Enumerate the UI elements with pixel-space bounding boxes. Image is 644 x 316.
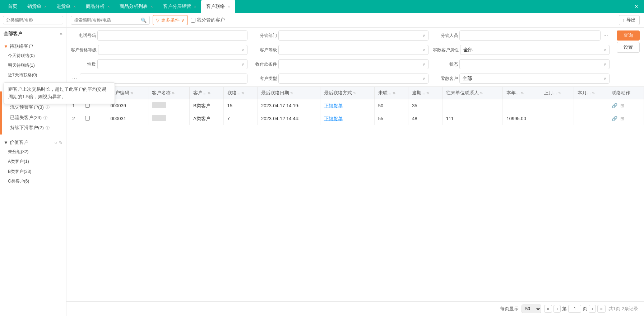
close-segmentation-tab[interactable]: × — [194, 0, 196, 13]
nav-customer-segmentation[interactable]: 客户分层经营 × — [158, 0, 201, 13]
nav-home[interactable]: 首页 — [3, 0, 22, 13]
status-select[interactable]: ∨ — [459, 59, 610, 69]
manager-dots[interactable]: ··· — [602, 32, 610, 39]
sort-level-icon[interactable]: ⇅ — [208, 91, 210, 95]
close-contact-tab[interactable]: × — [228, 0, 230, 13]
value-customer-group-header[interactable]: ▼ 价值客户 ○ ✎ — [0, 138, 66, 147]
category-search-input[interactable] — [3, 16, 63, 24]
more-filters-button[interactable]: ▽ 更多条件 ∨ — [153, 15, 188, 25]
action-link-icon-0[interactable]: 🔗 — [612, 103, 617, 108]
export-button[interactable]: ↑ 导出 — [619, 15, 640, 25]
sort-overdue-icon[interactable]: ⇅ — [426, 91, 429, 95]
filter-row-1: 电话号码 分管部门 ∨ 分管人员 — [71, 30, 610, 41]
sort-name-icon[interactable]: ⇅ — [172, 91, 175, 95]
all-customers-header: 全部客户 » — [0, 28, 66, 40]
prev-page-button[interactable]: ‹ — [553, 305, 561, 313]
extra-dots[interactable]: ··· — [71, 75, 78, 82]
sort-month-icon[interactable]: ⇅ — [592, 91, 595, 95]
last-way-link-0[interactable]: 下销货单 — [324, 103, 343, 108]
search-input-wrap: 🔍 — [71, 16, 150, 25]
my-customer-checkbox[interactable] — [191, 18, 195, 23]
sidebar-item-7days[interactable]: 近7天待联络(0) — [0, 70, 66, 80]
sort-uncontacted-icon[interactable]: ⇅ — [393, 91, 395, 95]
sort-date-icon[interactable]: ⇅ — [290, 91, 293, 95]
th-level: 客户... ⇅ — [190, 87, 223, 99]
wait-contact-group-header[interactable]: ▼ 待联络客户 — [0, 42, 66, 51]
sidebar-item-b-class[interactable]: B类客户(33) — [0, 167, 66, 176]
last-page-button[interactable]: » — [597, 305, 606, 313]
price-level-select[interactable]: ∨ — [98, 45, 247, 55]
my-customer-filter: 我分管的客户 — [191, 17, 225, 23]
sidebar-item-a-class[interactable]: A类客户(1) — [0, 157, 66, 166]
sort-contact-icon[interactable]: ⇅ — [241, 91, 244, 95]
action-grid-icon-1[interactable]: ⊞ — [620, 116, 624, 121]
cell-index-1: 2 — [66, 112, 81, 125]
manager-input[interactable] — [459, 30, 601, 41]
th-last-contact-way: 最后联络方式 ⇅ — [320, 87, 374, 99]
sidebar-item-ungroup[interactable]: 未分组(32) — [0, 147, 66, 157]
filter-row-2: 客户价格等级 ∨ 客户等级 ∨ 零散客户属性 — [71, 45, 610, 55]
page-size-select[interactable]: 50 20 100 — [522, 305, 541, 313]
action-grid-icon-0[interactable]: ⊞ — [620, 103, 624, 108]
page-number-input[interactable] — [568, 305, 581, 313]
settings-button[interactable]: 设置 — [617, 42, 640, 53]
th-uncontacted: 未联... ⇅ — [374, 87, 408, 99]
nav-sales[interactable]: 销货单 × — [22, 0, 51, 13]
advanced-filters: 电话号码 分管部门 ∨ 分管人员 — [66, 28, 644, 87]
edit-icon[interactable]: ✎ — [59, 140, 62, 145]
nature-select[interactable]: ∨ — [97, 59, 247, 69]
extra-input[interactable] — [80, 74, 247, 84]
retail-customer-select[interactable]: 全部∨ — [459, 74, 610, 84]
circle-icon[interactable]: ○ — [54, 140, 57, 145]
customer-type-select[interactable]: ∨ — [278, 74, 428, 84]
customer-level-select[interactable]: ∨ — [278, 45, 428, 55]
cell-unit-contact-0 — [442, 99, 503, 112]
cell-contact-0: 15 — [223, 99, 257, 112]
dept-select[interactable]: ∨ — [278, 30, 428, 41]
info-icon-loss: ⓘ — [46, 105, 50, 109]
window-close-button[interactable]: × — [631, 3, 641, 10]
sort-code-icon[interactable]: ⇅ — [130, 91, 133, 95]
nav-product-analysis[interactable]: 商品分析 × — [81, 0, 115, 13]
extra-field: ··· — [71, 74, 247, 84]
sort-unit-contact-icon[interactable]: ⇅ — [480, 91, 483, 95]
close-purchase-tab[interactable]: × — [73, 0, 75, 13]
retail-attr-select[interactable]: 全部∨ — [460, 45, 610, 55]
cell-this-year-0 — [503, 99, 540, 112]
close-analysis-list-tab[interactable]: × — [150, 0, 153, 13]
value-group-edit-icons: ○ ✎ — [54, 140, 62, 145]
customer-level-field: 客户等级 ∨ — [252, 45, 428, 55]
phone-input[interactable] — [97, 30, 247, 41]
nav-purchase[interactable]: 进货单 × — [51, 0, 80, 13]
nav-customer-contact[interactable]: 客户联络 × — [201, 0, 235, 13]
cell-level-0: B类客户 — [190, 99, 223, 112]
sidebar-item-tomorrow[interactable]: 明天待联络(1) — [0, 61, 66, 70]
sidebar-item-declining[interactable]: 持续下滑客户(2) ⓘ — [2, 123, 66, 133]
sidebar-item-c-class[interactable]: C类客户(6) — [0, 176, 66, 186]
cell-overdue-0: 35 — [408, 99, 442, 112]
last-way-link-1[interactable]: 下销货单 — [324, 116, 343, 121]
cell-unit-contact-1: 111 — [442, 112, 503, 125]
query-button[interactable]: 查询 — [617, 30, 640, 41]
nav-product-analysis-list[interactable]: 商品分析列表 × — [115, 0, 158, 13]
top-navigation: 首页 销货单 × 进货单 × 商品分析 × 商品分析列表 × 客户分层经营 × … — [0, 0, 644, 13]
cell-checkbox-1[interactable] — [81, 112, 94, 125]
cell-this-year-1: 10995.00 — [503, 112, 540, 125]
action-link-icon-1[interactable]: 🔗 — [612, 116, 617, 121]
first-page-button[interactable]: « — [544, 305, 552, 313]
next-page-button[interactable]: › — [589, 305, 596, 313]
payment-select[interactable]: ∨ — [278, 59, 428, 69]
search-input[interactable] — [74, 18, 139, 23]
cell-uncontacted-0: 50 — [374, 99, 408, 112]
search-icon[interactable]: 🔍 — [141, 18, 147, 23]
close-analysis-tab[interactable]: × — [107, 0, 110, 13]
sort-last-month-icon[interactable]: ⇅ — [558, 91, 561, 95]
sort-way-icon[interactable]: ⇅ — [353, 91, 356, 95]
sort-year-icon[interactable]: ⇅ — [521, 91, 524, 95]
manager-field: 分管人员 ··· — [433, 30, 610, 41]
row-checkbox-1[interactable] — [85, 116, 90, 121]
sidebar-item-lost[interactable]: 已流失客户(24) ⓘ — [2, 113, 66, 123]
sidebar-item-today[interactable]: 今天待联络(0) — [0, 51, 66, 61]
close-sales-tab[interactable]: × — [44, 0, 46, 13]
sidebar-collapse-icon[interactable]: » — [60, 31, 62, 37]
